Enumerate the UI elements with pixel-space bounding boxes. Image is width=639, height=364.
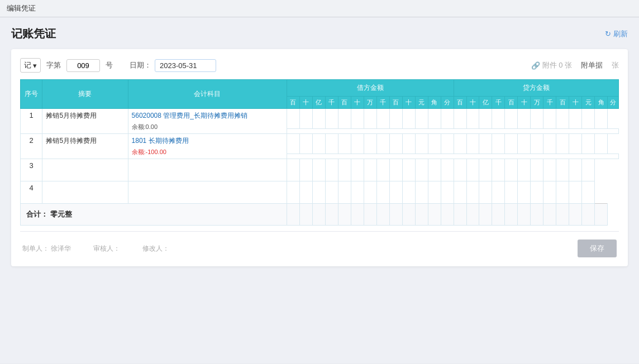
debit-col-qian2: 千 [376,97,389,109]
row3-seq: 3 [21,159,42,181]
credit-col-shi3: 十 [569,97,582,109]
row1-seq: 1 [21,109,42,134]
debit-col-yuan1: 元 [415,97,428,109]
credit-col-shi2: 十 [518,97,531,109]
row4-seq: 4 [21,181,42,204]
reviewer-label: 审核人： [93,244,120,253]
attach-count-label: 张 [612,60,619,70]
refresh-label: 刷新 [613,29,628,39]
debit-col-bai3: 百 [389,97,402,109]
credit-col-qian1: 千 [492,97,505,109]
row3-abstract[interactable] [42,159,128,181]
attach-link: 🔗 附件 0 张 [531,60,572,70]
voucher-number-input[interactable] [66,59,100,72]
total-label: 合计： 零元整 [21,204,287,226]
row1-abstract[interactable]: 摊销5月待摊费用 [42,109,128,134]
refresh-button[interactable]: ↻ 刷新 [605,29,628,39]
refresh-icon: ↻ [605,30,611,38]
row1-balance: 余额:0.00 [132,123,283,131]
row2-balance: 余额:-100.00 [132,148,283,156]
right-controls: 🔗 附件 0 张 附单据 张 [531,60,619,70]
row2-seq: 2 [21,134,42,159]
debit-col-yi1: 亿 [312,97,325,109]
title-bar: 编辑凭证 [0,0,639,17]
table-row: 4 [21,181,619,204]
voucher-card: 记 ▾ 字第 号 日期： 🔗 附件 0 张 附单据 张 [11,49,628,266]
date-label: 日期： [130,60,151,70]
main-area: 记账凭证 ↻ 刷新 记 ▾ 字第 号 日期： 🔗 [0,17,639,363]
header-credit: 贷方金额 [454,80,618,97]
table-row: 1 摊销5月待摊费用 56020008 管理费用_长期待摊费用摊销 余额:0.0… [21,109,619,129]
table-header-row: 序号 摘要 会计科目 借方金额 贷方金额 [21,80,619,97]
credit-col-yuan1: 元 [582,97,595,109]
title-bar-label: 编辑凭证 [7,4,36,12]
debit-col-bai1: 百 [287,97,299,109]
header-debit: 借方金额 [287,80,454,97]
paperclip-icon: 🔗 [531,61,540,70]
row4-account[interactable] [128,181,287,204]
row2-abstract[interactable]: 摊销5月待摊费用 [42,134,128,159]
credit-col-qian2: 千 [543,97,556,109]
footer-divider [20,231,619,232]
credit-col-wan1: 万 [531,97,543,109]
credit-col-bai3: 百 [556,97,569,109]
debit-col-qian1: 千 [325,97,338,109]
form-row: 记 ▾ 字第 号 日期： 🔗 附件 0 张 附单据 张 [20,58,619,73]
credit-col-shi1: 十 [466,97,479,109]
ji-value: 记 [24,60,31,70]
header-abstract: 摘要 [42,80,128,109]
date-input[interactable] [155,59,216,72]
row3-account[interactable] [128,159,287,181]
ji-field: 记 ▾ [20,58,41,73]
credit-col-yi1: 亿 [479,97,492,109]
hao-label: 号 [106,60,113,70]
dropdown-icon: ▾ [33,61,37,70]
page-title: 记账凭证 [11,26,56,41]
attach-doc-button[interactable]: 附单据 [581,60,603,70]
footer-row: 制单人： 徐泽华 审核人： 修改人： 保存 [20,240,619,257]
total-row: 合计： 零元整 [21,204,619,226]
editor-label: 修改人： [142,244,169,253]
zi-label: 字第 [46,60,61,70]
debit-col-shi2: 十 [351,97,364,109]
table-row: 2 摊销5月待摊费用 1801 长期待摊费用 余额:-100.00 [21,134,619,154]
attach-doc-label: 附单据 [581,61,603,69]
attach-label: 附件 0 张 [542,60,572,70]
ji-select[interactable]: 记 ▾ [20,58,41,73]
debit-col-jiao1: 角 [428,97,441,109]
credit-col-bai2: 百 [505,97,518,109]
row4-abstract[interactable] [42,181,128,204]
maker-label: 制单人： 徐泽华 [22,244,71,253]
row2-account[interactable]: 1801 长期待摊费用 余额:-100.00 [128,134,287,159]
table-container: 序号 摘要 会计科目 借方金额 贷方金额 百 十 亿 千 百 十 万 [20,79,619,226]
header-seq: 序号 [21,80,42,109]
page-header: 记账凭证 ↻ 刷新 [11,26,628,41]
credit-col-bai1: 百 [454,97,466,109]
credit-col-jiao1: 角 [595,97,608,109]
row1-account[interactable]: 56020008 管理费用_长期待摊费用摊销 余额:0.00 [128,109,287,134]
debit-col-shi3: 十 [402,97,415,109]
voucher-table: 序号 摘要 会计科目 借方金额 贷方金额 百 十 亿 千 百 十 万 [20,79,619,226]
debit-col-shi1: 十 [299,97,312,109]
table-row: 3 [21,159,619,181]
debit-col-fen1: 分 [441,97,454,109]
debit-col-bai2: 百 [338,97,351,109]
credit-col-fen1: 分 [608,97,619,109]
save-button[interactable]: 保存 [578,240,617,257]
debit-col-wan1: 万 [364,97,376,109]
date-field: 日期： [130,59,216,72]
header-account: 会计科目 [128,80,287,109]
